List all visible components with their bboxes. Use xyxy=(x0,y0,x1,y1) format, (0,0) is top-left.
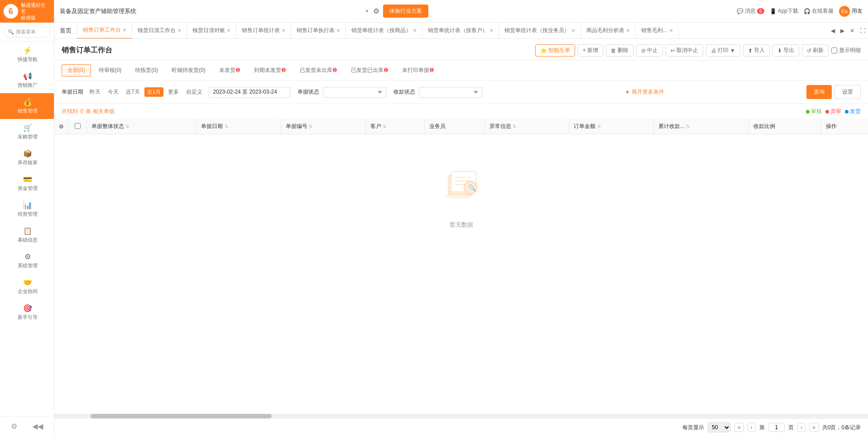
sidebar-item-enterprise[interactable]: 🤝 企业协同 xyxy=(0,274,54,299)
sidebar-item-purchase[interactable]: 🛒 采购管理 xyxy=(0,119,54,145)
tab-sales-customer[interactable]: 销货单统计表（按客户） ✕ xyxy=(422,23,499,39)
expand-conditions-button[interactable]: ▼ 展开更多条件 xyxy=(625,88,664,96)
tab-fullscreen-button[interactable]: ⛶ xyxy=(857,26,868,36)
tab-sales-salesperson[interactable]: 销货单统计表（按业务员） ✕ xyxy=(499,23,581,39)
horizontal-scrollbar[interactable] xyxy=(54,414,868,418)
tab-close-icon[interactable]: ✕ xyxy=(489,28,493,33)
filter-tab-pending-pick[interactable]: 待拣货(0) xyxy=(129,64,164,76)
deliver-button[interactable]: 发货 xyxy=(845,108,861,115)
tab-close-all-button[interactable]: ✕ xyxy=(847,26,857,36)
date-btn-custom[interactable]: 自定义 xyxy=(183,87,205,97)
topbar-icons: 💬 消息 6 📱 App下载 🎧 在线客服 Ea 用友 xyxy=(737,6,863,17)
sidebar-item-system[interactable]: ⚙ 系统管理 xyxy=(0,248,54,274)
print-button[interactable]: 🖨 打印 ▼ xyxy=(706,44,740,57)
tab-scroll-left-button[interactable]: ◀ xyxy=(828,26,838,36)
refresh-button[interactable]: ↺ 刷新 xyxy=(802,44,829,57)
sidebar-item-quick-nav[interactable]: ⚡ 快捷导航 xyxy=(0,42,54,67)
tab-close-icon[interactable]: ✕ xyxy=(282,28,285,33)
date-btn-more[interactable]: 更多 xyxy=(165,87,182,97)
prev-page-button[interactable]: ‹ xyxy=(748,423,756,432)
tab-close-icon[interactable]: ✕ xyxy=(626,28,630,33)
page-number-input[interactable] xyxy=(768,423,785,432)
payment-select[interactable] xyxy=(419,87,482,98)
date-btn-today[interactable]: 今天 xyxy=(105,87,121,97)
industry-solution-button[interactable]: 体验行业方案 xyxy=(383,5,428,18)
revoke-button[interactable]: 弃审 xyxy=(825,108,841,115)
tab-close-icon[interactable]: ✕ xyxy=(227,28,230,33)
add-button[interactable]: + 新增 xyxy=(578,44,603,57)
import-button[interactable]: ⬆ 导入 xyxy=(743,44,770,57)
topbar-settings-button[interactable]: ⚙ xyxy=(373,7,379,15)
tab-sales-gross[interactable]: 销售毛利... ✕ xyxy=(636,23,679,39)
tab-cash-reconcile[interactable]: 钱货日清对账 ✕ xyxy=(187,23,236,39)
search-settings-button[interactable]: 设置 xyxy=(834,85,861,99)
delete-button[interactable]: 🗑 删除 xyxy=(606,44,633,57)
date-btn-7days[interactable]: 近7天 xyxy=(123,87,143,97)
tab-close-icon[interactable]: ✕ xyxy=(123,28,126,33)
page-size-select[interactable]: 50 20 100 xyxy=(708,422,731,432)
sort-icon[interactable]: ⇅ xyxy=(597,124,601,129)
filter-tab-not-delivered[interactable]: 未发货❶ xyxy=(213,64,246,76)
search-menu-button[interactable]: 🔍 搜索菜单 xyxy=(4,26,50,38)
audit-button[interactable]: 审核 xyxy=(806,108,822,115)
app-download-button[interactable]: 📱 App下载 xyxy=(770,7,798,15)
sidebar-item-marketing[interactable]: 📢 营销推广 xyxy=(0,67,54,93)
last-page-button[interactable]: » xyxy=(809,423,819,432)
tab-home[interactable]: 首页 xyxy=(54,23,77,39)
filter-tab-delivered-out[interactable]: 已发货已出库❶ xyxy=(345,64,394,76)
sort-icon[interactable]: ⇅ xyxy=(309,124,312,129)
tab-sales-exec[interactable]: 销售订单执行表 ✕ xyxy=(291,23,346,39)
filter-tab-not-printed[interactable]: 未打印单据❶ xyxy=(396,64,440,76)
stop-button[interactable]: ⊘ 中止 xyxy=(636,44,663,57)
collapse-button[interactable]: ◀◀ xyxy=(30,420,45,432)
tabbar: 首页 销售订单工作台 ✕ 钱货日清工作台 ✕ 钱货日清对账 ✕ 销售订单统计表 … xyxy=(54,23,868,39)
tab-cash-daily[interactable]: 钱货日清工作台 ✕ xyxy=(132,23,187,39)
show-detail-label[interactable]: 显示明细 xyxy=(831,47,861,54)
filter-tab-overdue-deliver[interactable]: 到期未发货❶ xyxy=(248,64,292,76)
th-checkbox[interactable] xyxy=(69,119,87,134)
sidebar-item-guide[interactable]: 🎯 新手引导 xyxy=(0,299,54,325)
sidebar-item-inventory[interactable]: 📦 库存核算 xyxy=(0,145,54,171)
tab-close-icon[interactable]: ✕ xyxy=(413,28,417,33)
filter-tab-delivered-not-out[interactable]: 已发货未出库❶ xyxy=(294,64,343,76)
tab-gross-profit[interactable]: 商品毛利分析表 ✕ xyxy=(581,23,636,39)
tab-close-icon[interactable]: ✕ xyxy=(571,28,575,33)
tab-sales-stats[interactable]: 销售订单统计表 ✕ xyxy=(236,23,291,39)
sidebar-item-operation[interactable]: 📊 经营管理 xyxy=(0,196,54,222)
user-area[interactable]: Ea 用友 xyxy=(839,6,863,17)
sort-icon[interactable]: ⇅ xyxy=(513,124,516,129)
sidebar-item-base[interactable]: 📋 基础信息 xyxy=(0,222,54,248)
date-btn-1month[interactable]: 近1月 xyxy=(144,87,164,97)
status-select[interactable] xyxy=(323,87,386,98)
query-button[interactable]: 查询 xyxy=(806,85,832,99)
next-page-button[interactable]: › xyxy=(797,423,806,432)
sort-icon[interactable]: ⇅ xyxy=(125,124,129,129)
sort-icon[interactable]: ⇅ xyxy=(383,124,386,129)
tab-close-icon[interactable]: ✕ xyxy=(669,28,673,33)
sort-icon[interactable]: ⇅ xyxy=(686,124,690,129)
date-range-input[interactable] xyxy=(209,87,290,98)
tab-scroll-right-button[interactable]: ▶ xyxy=(838,26,847,36)
smart-generate-button[interactable]: ⭐ 智能生单 xyxy=(535,44,575,57)
sidebar-item-sales[interactable]: 💰 销售管理 xyxy=(0,93,54,119)
th-config[interactable]: ⚙ xyxy=(54,119,69,134)
select-all-checkbox[interactable] xyxy=(75,123,81,129)
system-dropdown-arrow[interactable]: ▼ xyxy=(365,9,369,14)
message-button[interactable]: 💬 消息 6 xyxy=(737,7,764,15)
sidebar-item-finance[interactable]: 💳 资金管理 xyxy=(0,171,54,196)
show-detail-checkbox[interactable] xyxy=(831,47,837,53)
cancel-stop-button[interactable]: ↩ 取消中止 xyxy=(666,44,703,57)
first-page-button[interactable]: « xyxy=(734,423,744,432)
settings-bottom-button[interactable]: ⚙ xyxy=(9,420,19,432)
filter-tab-wangpu-deliver[interactable]: 旺铺待发货(0) xyxy=(166,64,211,76)
date-btn-yesterday[interactable]: 昨天 xyxy=(87,87,103,97)
tab-sales-workbench[interactable]: 销售订单工作台 ✕ xyxy=(77,23,132,39)
filter-tab-all[interactable]: 全部(0) xyxy=(62,64,91,76)
sort-icon[interactable]: ⇅ xyxy=(225,124,228,129)
filter-tab-pending-review[interactable]: 待审核(0) xyxy=(93,64,128,76)
online-service-button[interactable]: 🎧 在线客服 xyxy=(804,7,834,15)
tab-close-icon[interactable]: ✕ xyxy=(177,28,181,33)
tab-close-icon[interactable]: ✕ xyxy=(336,28,340,33)
export-button[interactable]: ⬇ 导出 xyxy=(772,44,799,57)
tab-sales-product[interactable]: 销货单统计表（按商品） ✕ xyxy=(346,23,422,39)
